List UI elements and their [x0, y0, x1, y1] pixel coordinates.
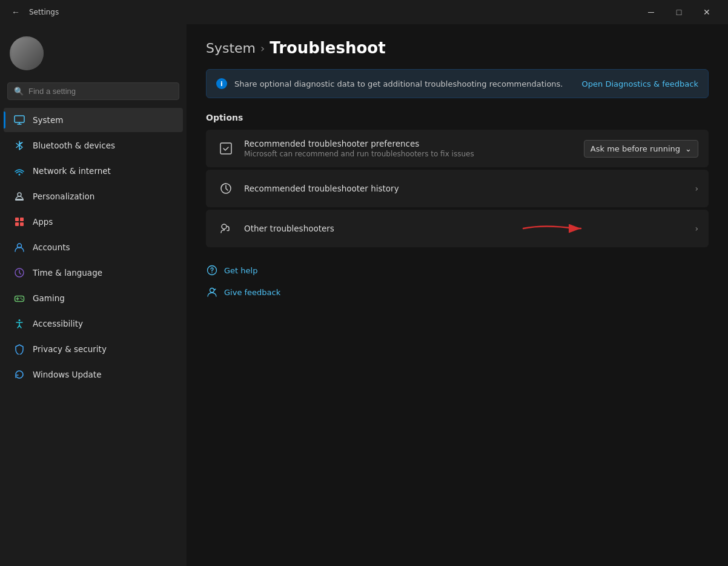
option-right-other-troubleshooters: › — [695, 224, 698, 233]
search-box[interactable]: 🔍 — [7, 82, 179, 100]
info-icon: i — [216, 78, 227, 89]
svg-point-15 — [21, 298, 22, 299]
option-text-other-troubleshooters: Other troubleshooters — [244, 224, 686, 233]
option-other-troubleshooters[interactable]: Other troubleshooters › — [206, 210, 709, 247]
option-title-recommended-history: Recommended troubleshooter history — [244, 184, 686, 193]
svg-point-20 — [222, 224, 227, 229]
apps-icon — [13, 216, 25, 228]
titlebar: ← Settings ─ □ ✕ — [0, 0, 728, 24]
dropdown-value: Ask me before running — [591, 144, 680, 153]
network-icon — [13, 165, 25, 177]
svg-point-24 — [210, 288, 214, 293]
info-banner: i Share optional diagnostic data to get … — [206, 69, 709, 98]
nav-privacy[interactable]: Privacy & security — [4, 337, 183, 361]
sidebar-item-label-privacy: Privacy & security — [33, 344, 107, 354]
privacy-icon — [13, 343, 25, 355]
svg-point-5 — [18, 193, 21, 196]
svg-rect-9 — [20, 222, 24, 226]
sidebar-item-label-personalization: Personalization — [33, 191, 94, 201]
window-controls: ─ □ ✕ — [637, 2, 721, 22]
sidebar: 🔍 System Bluetooth & devices — [0, 24, 187, 566]
app-container: 🔍 System Bluetooth & devices — [0, 24, 728, 566]
page-title: Troubleshoot — [270, 39, 385, 57]
svg-rect-7 — [20, 218, 24, 221]
sidebar-item-label-apps: Apps — [33, 217, 53, 227]
personalization-icon — [13, 190, 25, 202]
breadcrumb-parent[interactable]: System — [206, 41, 256, 56]
accounts-icon — [13, 241, 25, 253]
option-recommended-history[interactable]: Recommended troubleshooter history › — [206, 170, 709, 207]
troubleshooter-dropdown[interactable]: Ask me before running ⌄ — [584, 140, 698, 158]
footer-links: Get help Give feedback — [206, 262, 709, 301]
nav-update[interactable]: Windows Update — [4, 362, 183, 387]
minimize-button[interactable]: ─ — [637, 2, 665, 22]
sidebar-item-label-network: Network & internet — [33, 166, 111, 176]
nav-gaming[interactable]: Gaming — [4, 286, 183, 310]
nav-accounts[interactable]: Accounts — [4, 235, 183, 259]
chevron-right-icon-other: › — [695, 224, 698, 233]
give-feedback-link[interactable]: Give feedback — [206, 284, 709, 301]
avatar — [10, 36, 44, 70]
sidebar-item-label-time: Time & language — [33, 268, 102, 278]
get-help-label: Get help — [224, 266, 257, 275]
option-title-other-troubleshooters: Other troubleshooters — [244, 224, 686, 233]
option-desc-recommended-prefs: Microsoft can recommend and run troubles… — [244, 150, 575, 158]
system-icon — [13, 114, 25, 126]
sidebar-item-label-system: System — [33, 115, 63, 125]
gaming-icon — [13, 292, 25, 304]
recommended-history-icon — [216, 179, 236, 198]
svg-point-3 — [19, 174, 21, 176]
open-diagnostics-link[interactable]: Open Diagnostics & feedback — [582, 79, 698, 88]
option-recommended-prefs[interactable]: Recommended troubleshooter preferences M… — [206, 130, 709, 167]
svg-point-17 — [19, 319, 21, 321]
update-icon — [13, 368, 25, 381]
give-feedback-label: Give feedback — [224, 288, 280, 297]
svg-rect-4 — [15, 199, 24, 201]
option-title-recommended-prefs: Recommended troubleshooter preferences — [244, 139, 575, 148]
nav-apps[interactable]: Apps — [4, 210, 183, 234]
accessibility-icon — [13, 318, 25, 330]
breadcrumb-separator: › — [260, 42, 265, 55]
sidebar-item-label-accessibility: Accessibility — [33, 319, 83, 328]
user-avatar-area — [0, 29, 187, 78]
sidebar-item-label-bluetooth: Bluetooth & devices — [33, 141, 115, 150]
chevron-right-icon: › — [695, 184, 698, 193]
nav-network[interactable]: Network & internet — [4, 159, 183, 183]
breadcrumb: System › Troubleshoot — [206, 39, 709, 57]
chevron-down-icon: ⌄ — [685, 144, 692, 153]
get-help-icon — [206, 264, 218, 276]
option-right-history: › — [695, 184, 698, 193]
recommended-prefs-icon — [216, 139, 236, 158]
svg-rect-6 — [15, 218, 19, 221]
svg-rect-8 — [15, 222, 19, 226]
close-button[interactable]: ✕ — [693, 2, 721, 22]
nav-time[interactable]: Time & language — [4, 261, 183, 285]
nav-personalization[interactable]: Personalization — [4, 184, 183, 208]
sidebar-item-label-accounts: Accounts — [33, 242, 70, 252]
nav-system[interactable]: System — [4, 108, 183, 132]
options-section-title: Options — [206, 113, 709, 122]
back-button[interactable]: ← — [7, 4, 24, 21]
svg-point-16 — [22, 299, 23, 300]
search-icon: 🔍 — [14, 87, 24, 96]
svg-rect-18 — [220, 143, 231, 154]
sidebar-item-label-gaming: Gaming — [33, 293, 65, 303]
sidebar-item-label-update: Windows Update — [33, 370, 101, 379]
search-input[interactable] — [28, 87, 173, 96]
bluetooth-icon — [13, 139, 25, 151]
svg-rect-0 — [15, 116, 24, 122]
option-text-recommended-history: Recommended troubleshooter history — [244, 184, 686, 193]
content-area: System › Troubleshoot i Share optional d… — [187, 24, 728, 566]
app-title: Settings — [29, 8, 59, 16]
nav-accessibility[interactable]: Accessibility — [4, 311, 183, 336]
option-text-recommended-prefs: Recommended troubleshooter preferences M… — [244, 139, 575, 158]
nav-bluetooth[interactable]: Bluetooth & devices — [4, 133, 183, 158]
option-right-recommended-prefs: Ask me before running ⌄ — [584, 140, 698, 158]
other-troubleshooters-icon — [216, 219, 236, 238]
maximize-button[interactable]: □ — [665, 2, 693, 22]
svg-point-23 — [211, 272, 213, 273]
give-feedback-icon — [206, 286, 218, 298]
time-icon — [13, 267, 25, 279]
get-help-link[interactable]: Get help — [206, 262, 709, 279]
info-banner-text: Share optional diagnostic data to get ad… — [234, 79, 575, 88]
